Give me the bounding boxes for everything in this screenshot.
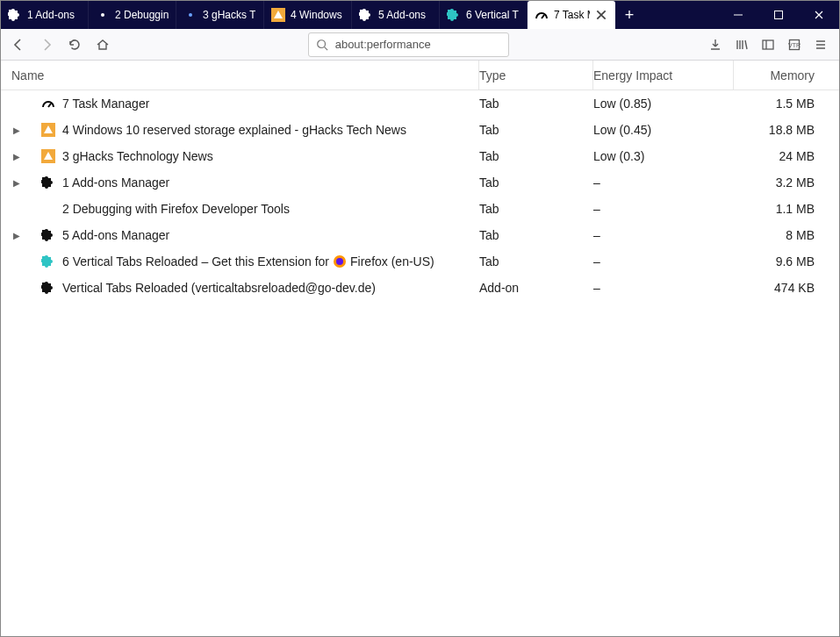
downloads-button[interactable] — [702, 32, 729, 57]
tab-label: 4 Windows — [291, 9, 342, 21]
browser-tab-3[interactable]: 3 gHacks T — [176, 1, 264, 29]
gauge-icon — [535, 8, 549, 22]
reader-button[interactable]: VTR — [781, 32, 808, 57]
library-button[interactable] — [729, 32, 755, 57]
window-controls — [718, 1, 839, 29]
minimize-button[interactable] — [718, 1, 758, 29]
row-name: Vertical Tabs Reloaded (verticaltabsrelo… — [62, 281, 376, 295]
close-icon[interactable] — [595, 9, 607, 21]
tab-label: 5 Add-ons — [378, 9, 426, 21]
puzzle-icon — [41, 228, 55, 242]
tab-strip: 1 Add-ons 2 Debugging w 3 gHacks T 4 Win… — [1, 1, 718, 29]
row-name: 4 Windows 10 reserved storage explained … — [62, 123, 406, 137]
row-name: 2 Debugging with Firefox Developer Tools — [62, 202, 290, 216]
new-tab-button[interactable]: + — [615, 1, 643, 29]
expand-twisty[interactable]: ▶ — [10, 231, 24, 240]
row-memory: 18.8 MB — [734, 123, 839, 137]
table-header: Name Type Energy Impact Memory — [1, 61, 839, 90]
blank-icon — [41, 202, 55, 216]
ghacks-icon — [41, 123, 55, 137]
fox-icon — [333, 254, 347, 268]
row-type: Tab — [479, 123, 593, 137]
gauge-icon — [41, 97, 55, 111]
expand-twisty[interactable]: ▶ — [10, 152, 24, 161]
row-memory: 1.5 MB — [734, 97, 839, 111]
table-row[interactable]: ▶4 Windows 10 reserved storage explained… — [1, 117, 839, 143]
svg-line-7 — [324, 47, 327, 50]
expand-twisty[interactable]: ▶ — [10, 178, 24, 188]
reload-button[interactable] — [62, 32, 87, 57]
row-type: Tab — [479, 228, 593, 242]
expand-twisty[interactable]: ▶ — [10, 125, 24, 135]
row-energy: Low (0.45) — [593, 123, 734, 137]
row-memory: 8 MB — [734, 228, 839, 242]
tab-label: 1 Add-ons — [27, 9, 75, 21]
row-memory: 9.6 MB — [734, 254, 839, 268]
row-energy: – — [593, 175, 734, 190]
browser-tab-1[interactable]: 1 Add-ons — [1, 1, 89, 29]
row-memory: 1.1 MB — [734, 202, 839, 216]
tab-label: 3 gHacks T — [203, 9, 255, 21]
browser-tab-4[interactable]: 4 Windows — [264, 1, 352, 29]
table-row[interactable]: ▶3 gHacks Technology NewsTabLow (0.3)24 … — [1, 143, 839, 169]
col-header-type[interactable]: Type — [479, 61, 593, 89]
table-row[interactable]: 6 Vertical Tabs Reloaded – Get this Exte… — [1, 248, 839, 275]
browser-tab-6[interactable]: 6 Vertical T — [440, 1, 528, 29]
col-header-name[interactable]: Name — [1, 61, 479, 89]
svg-rect-8 — [763, 40, 773, 49]
row-name: 1 Add-ons Manager — [62, 175, 169, 190]
tab-label: 7 Task M — [554, 9, 590, 21]
row-name: 3 gHacks Technology News — [62, 149, 213, 163]
svg-point-1 — [189, 13, 192, 17]
row-energy: – — [593, 228, 734, 242]
ghacks-icon — [271, 8, 285, 22]
browser-tab-5[interactable]: 5 Add-ons — [352, 1, 440, 29]
forward-button[interactable] — [34, 32, 59, 57]
dot-icon — [96, 8, 110, 22]
blue-puzzle-icon — [41, 254, 55, 268]
row-energy: – — [593, 202, 734, 216]
menu-button[interactable] — [808, 32, 834, 57]
back-button[interactable] — [6, 32, 31, 57]
url-text: about:performance — [335, 38, 431, 51]
col-header-energy[interactable]: Energy Impact — [593, 61, 734, 89]
browser-tab-7-active[interactable]: 7 Task M — [528, 1, 615, 29]
nav-toolbar: about:performance VTR — [1, 29, 839, 61]
row-energy: Low (0.3) — [593, 149, 734, 163]
col-header-memory[interactable]: Memory — [734, 61, 839, 89]
row-memory: 3.2 MB — [734, 175, 839, 190]
svg-point-16 — [336, 258, 343, 265]
tab-label: 2 Debugging w — [115, 9, 169, 21]
url-bar[interactable]: about:performance — [308, 32, 510, 57]
table-row[interactable]: 2 Debugging with Firefox Developer Tools… — [1, 196, 839, 222]
row-energy: – — [593, 254, 734, 268]
close-window-button[interactable] — [799, 1, 839, 29]
row-type: Tab — [479, 175, 593, 190]
row-type: Tab — [479, 149, 593, 163]
tab-label: 6 Vertical T — [466, 9, 519, 21]
svg-rect-5 — [775, 11, 783, 19]
svg-text:VTR: VTR — [788, 42, 801, 48]
table-row[interactable]: 7 Task ManagerTabLow (0.85)1.5 MB — [1, 90, 839, 117]
table-row[interactable]: ▶1 Add-ons ManagerTab–3.2 MB — [1, 169, 839, 196]
browser-tab-2[interactable]: 2 Debugging w — [89, 1, 176, 29]
ghacks-icon — [41, 149, 55, 163]
row-type: Add-on — [479, 281, 593, 295]
row-memory: 474 KB — [734, 281, 839, 295]
row-type: Tab — [479, 97, 593, 111]
row-name: 5 Add-ons Manager — [62, 228, 169, 242]
sidebar-button[interactable] — [755, 32, 781, 57]
puzzle-icon — [359, 8, 373, 22]
svg-point-0 — [101, 13, 104, 17]
performance-table: Name Type Energy Impact Memory 7 Task Ma… — [1, 61, 839, 301]
titlebar: 1 Add-ons 2 Debugging w 3 gHacks T 4 Win… — [1, 1, 839, 29]
table-row[interactable]: Vertical Tabs Reloaded (verticaltabsrelo… — [1, 275, 839, 301]
blue-puzzle-icon — [447, 8, 461, 22]
row-type: Tab — [479, 254, 593, 268]
maximize-button[interactable] — [758, 1, 799, 29]
row-name: 6 Vertical Tabs Reloaded – Get this Exte… — [62, 254, 434, 268]
row-memory: 24 MB — [734, 149, 839, 163]
home-button[interactable] — [90, 32, 115, 57]
search-icon — [316, 39, 328, 51]
table-row[interactable]: ▶5 Add-ons ManagerTab–8 MB — [1, 222, 839, 248]
